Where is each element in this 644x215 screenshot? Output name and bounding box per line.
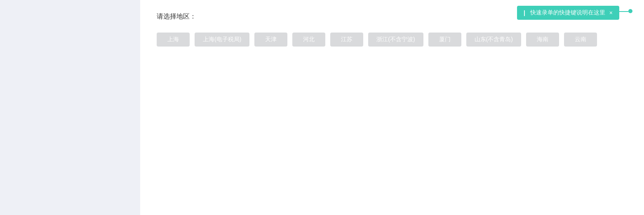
region-btn-shandong[interactable]: 山东(不含青岛) xyxy=(466,33,521,47)
region-btn-hebei[interactable]: 河北 xyxy=(292,33,325,47)
region-buttons: 上海上海(电子税局)天津河北江苏浙江(不含宁波)厦门山东(不含青岛)海南云南 xyxy=(157,33,628,47)
tooltip-dot xyxy=(628,9,632,13)
region-btn-tianjin[interactable]: 天津 xyxy=(254,33,287,47)
region-btn-hainan[interactable]: 海南 xyxy=(526,33,559,47)
tooltip-line xyxy=(618,11,628,12)
region-btn-shanghai-etax[interactable]: 上海(电子税局) xyxy=(195,33,249,47)
tooltip-close-button[interactable]: × xyxy=(609,9,613,16)
region-btn-shanghai[interactable]: 上海 xyxy=(157,33,190,47)
tooltip-text: 快速录单的快捷键说明在这里 xyxy=(530,9,605,16)
region-btn-jiangsu[interactable]: 江苏 xyxy=(330,33,363,47)
region-btn-zhejiang[interactable]: 浙江(不含宁波) xyxy=(368,33,423,47)
region-btn-yunnan[interactable]: 云南 xyxy=(564,33,597,47)
region-btn-xiamen[interactable]: 厦门 xyxy=(428,33,461,47)
main-content: 请选择地区： 上海上海(电子税局)天津河北江苏浙江(不含宁波)厦门山东(不含青岛… xyxy=(140,0,644,215)
sidebar xyxy=(0,0,140,215)
tooltip-banner: 快速录单的快捷键说明在这里 × xyxy=(517,6,619,20)
